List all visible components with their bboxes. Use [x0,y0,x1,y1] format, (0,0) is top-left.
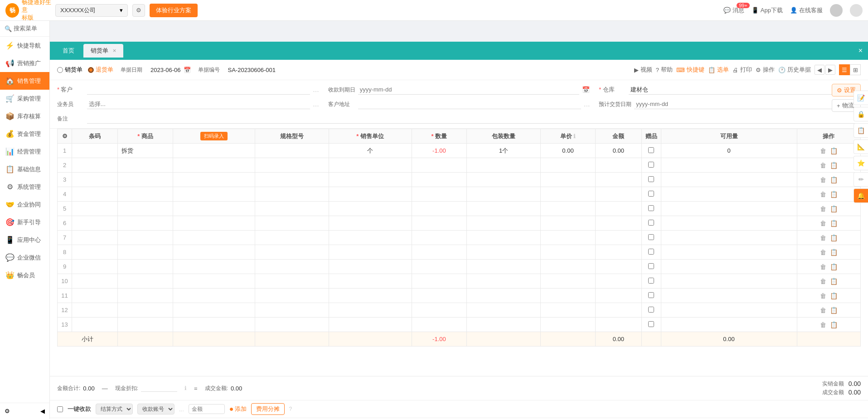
cell-spec[interactable] [255,245,329,260]
settings-icon[interactable]: ⚙ [132,4,145,17]
cell-spec[interactable] [255,318,329,332]
cell-pack-qty[interactable] [467,202,540,216]
cell-amount[interactable] [596,260,641,274]
address-dots-icon[interactable]: ... [584,100,590,108]
cell-barcode[interactable] [72,173,118,187]
due-date-calendar-icon[interactable]: 📅 [582,86,590,93]
shortcut-button[interactable]: ⌨ 快捷键 [676,66,704,74]
cell-unit[interactable] [329,173,412,187]
cell-amount[interactable] [596,289,641,303]
cell-barcode[interactable] [72,274,118,289]
account-select[interactable]: 收款账号 [137,404,175,414]
user-menu[interactable] [850,4,863,17]
cell-price[interactable] [540,318,596,332]
delete-row-button[interactable]: 🗑 [819,219,827,228]
cell-pack-qty[interactable] [467,318,540,332]
copy-row-button[interactable]: 📋 [829,320,839,329]
gift-checkbox[interactable] [648,249,654,255]
cell-quantity[interactable] [412,260,467,274]
gift-checkbox[interactable] [648,278,654,284]
amount-input[interactable] [189,404,225,414]
delete-row-button[interactable]: 🗑 [819,161,827,170]
cell-gift[interactable] [641,260,661,274]
radio-return-input[interactable] [88,67,94,73]
cell-quantity[interactable] [412,289,467,303]
cell-product[interactable] [118,260,173,274]
cell-amount[interactable] [596,202,641,216]
right-panel-btn-5[interactable]: ⭐ [853,156,868,170]
cell-barcode[interactable] [72,202,118,216]
copy-row-button[interactable]: 📋 [829,277,839,286]
cell-price[interactable]: 0.00 [540,144,596,158]
cell-quantity[interactable] [412,187,467,202]
grid-view-button[interactable]: ⊞ [850,64,861,75]
delete-row-button[interactable]: 🗑 [819,190,827,199]
cell-gift[interactable] [641,245,661,260]
cell-unit[interactable] [329,216,412,231]
radio-return[interactable]: 退货单 [88,66,113,74]
cell-quantity[interactable] [412,173,467,187]
price-hint-icon[interactable]: ℹ [573,133,576,140]
cell-pack-qty[interactable] [467,289,540,303]
sidebar-item-purchase[interactable]: 🛒 采购管理 [0,90,49,107]
cell-price[interactable] [540,187,596,202]
cell-spec[interactable] [255,216,329,231]
sidebar-item-inventory[interactable]: 📦 库存核算 [0,107,49,125]
cell-product[interactable] [118,231,173,245]
right-panel-btn-6[interactable]: ✏ [853,172,868,187]
tab-close-icon[interactable]: × [113,47,116,54]
cell-amount[interactable] [596,187,641,202]
date-picker-icon[interactable]: 📅 [184,67,191,73]
salesperson-input[interactable] [87,99,310,109]
cell-quantity[interactable] [412,274,467,289]
cell-product[interactable] [118,202,173,216]
gift-checkbox[interactable] [648,234,654,240]
cell-spec[interactable] [255,289,329,303]
delete-row-button[interactable]: 🗑 [819,146,827,155]
hint-icon[interactable]: ℹ [184,385,187,391]
gift-checkbox[interactable] [648,147,654,153]
select-button[interactable]: 📋 选单 [708,66,729,74]
sidebar-item-quick-nav[interactable]: ⚡ 快捷导航 [0,37,49,54]
right-panel-btn-7[interactable]: 🔔 [853,188,868,203]
cell-gift[interactable] [641,303,661,318]
sidebar-item-enterprise[interactable]: 🤝 企业协同 [0,196,49,213]
cell-unit[interactable] [329,202,412,216]
copy-row-button[interactable]: 📋 [829,291,839,300]
cell-unit[interactable]: 个 [329,144,412,158]
gift-checkbox[interactable] [648,191,654,197]
cell-pack-qty[interactable] [467,187,540,202]
cash-discount-input[interactable] [141,385,177,392]
calc-method-select[interactable]: 结算方式 [96,404,133,414]
gift-checkbox[interactable] [648,205,654,211]
delete-row-button[interactable]: 🗑 [819,277,827,286]
sidebar-item-basic[interactable]: 📋 基础信息 [0,160,49,178]
cell-quantity[interactable] [412,202,467,216]
expected-date-input[interactable] [634,99,850,109]
right-panel-btn-1[interactable]: 📝 [853,91,868,105]
delete-row-button[interactable]: 🗑 [819,320,827,329]
cell-spec[interactable] [255,144,329,158]
delete-row-button[interactable]: 🗑 [819,175,827,184]
sidebar-settings-icon[interactable]: ⚙ [5,408,10,414]
cell-barcode[interactable] [72,245,118,260]
sidebar-item-business[interactable]: 📊 经营管理 [0,143,49,160]
delete-row-button[interactable]: 🗑 [819,233,827,242]
cell-price[interactable] [540,231,596,245]
cell-pack-qty[interactable] [467,303,540,318]
col-settings[interactable]: ⚙ [58,129,72,144]
cell-amount[interactable] [596,274,641,289]
cell-pack-qty[interactable] [467,231,540,245]
gift-checkbox[interactable] [648,292,654,298]
cell-product[interactable] [118,318,173,332]
cell-spec[interactable] [255,202,329,216]
print-button[interactable]: 🖨 打印 [732,66,752,74]
cell-unit[interactable] [329,303,412,318]
copy-row-button[interactable]: 📋 [829,233,839,242]
cell-gift[interactable] [641,187,661,202]
cell-unit[interactable] [329,245,412,260]
right-panel-btn-2[interactable]: 🔒 [853,107,868,121]
gift-checkbox[interactable] [648,220,654,226]
cell-gift[interactable] [641,202,661,216]
history-button[interactable]: 🕐 历史单据 [778,66,811,74]
